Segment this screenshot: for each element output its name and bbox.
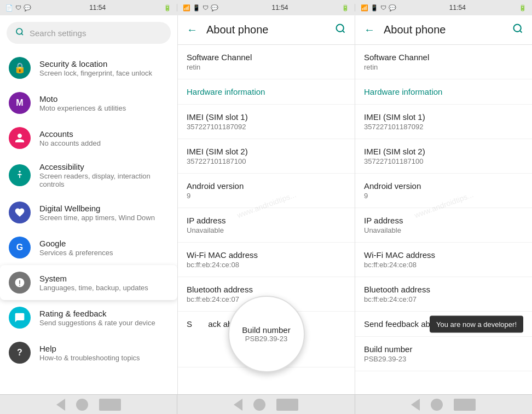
sidebar-item-system[interactable]: System Languages, time, backup, updates [0, 265, 177, 300]
middle-back-button[interactable]: ← [187, 24, 198, 36]
security-icon: 🔒 [9, 57, 31, 79]
developer-toast: You are now a developer! [430, 315, 523, 332]
shield-icon-3: 🛡 [380, 4, 386, 11]
msg-icon-2: 💬 [211, 4, 218, 12]
about-item-imei1-mid[interactable]: IMEI (SIM slot 1) 357227101187092 [178, 105, 355, 139]
about-item-build-right[interactable]: Build number PSB29.39-23 [355, 337, 532, 371]
svg-line-6 [520, 31, 522, 33]
right-back-button[interactable]: ← [364, 24, 375, 36]
about-item-software-channel-mid[interactable]: Software Channel retin [178, 45, 355, 79]
system-icon [9, 272, 31, 294]
settings-list: 🔒 Security & location Screen lock, finge… [0, 50, 177, 394]
search-placeholder: Search settings [30, 28, 86, 38]
about-item-ip-mid[interactable]: IP address Unavailable [178, 208, 355, 243]
wifi-value-mid: bc:ff:eb:24:ce:08 [187, 261, 346, 269]
battery-icon-3: 🔋 [519, 4, 527, 12]
sidebar-item-accounts[interactable]: Accounts No accounts added [0, 120, 177, 156]
about-item-feedback-right[interactable]: Send feedback about this device You are … [355, 312, 532, 337]
digital-wellbeing-subtitle: Screen time, app timers, Wind Down [39, 214, 169, 222]
sidebar-item-google[interactable]: G Google Services & preferences [0, 230, 177, 265]
security-subtitle: Screen lock, fingerprint, face unlock [39, 69, 169, 77]
rating-title: Rating & feedback [39, 309, 169, 318]
about-item-android-right[interactable]: Android version 9 [355, 174, 532, 208]
imei2-title-mid: IMEI (SIM slot 2) [187, 147, 346, 156]
wifi-title-mid: Wi-Fi MAC address [187, 250, 346, 260]
home-button-1[interactable] [76, 399, 88, 411]
imei2-value-mid: 357227101187100 [187, 157, 346, 165]
security-text: Security & location Screen lock, fingerp… [39, 59, 169, 77]
software-channel-value-right: retin [364, 63, 523, 71]
main-content: Search settings 🔒 Security & location Sc… [0, 15, 532, 394]
middle-search-button[interactable] [335, 23, 346, 37]
svg-point-2 [19, 171, 20, 173]
status-icons-left-3: 📶 📱 🛡 💬 [361, 4, 396, 12]
accessibility-icon [9, 164, 31, 186]
about-item-imei1-right[interactable]: IMEI (SIM slot 1) 357227101187092 [355, 105, 532, 139]
sidebar-item-rating[interactable]: Rating & feedback Send suggestions & rat… [0, 300, 177, 335]
about-item-ip-right[interactable]: IP address Unavailable [355, 208, 532, 243]
about-item-imei2-mid[interactable]: IMEI (SIM slot 2) 357227101187100 [178, 139, 355, 174]
home-button-2[interactable] [253, 399, 265, 411]
sidebar-item-help[interactable]: ? Help How-to & troubleshooting topics [0, 335, 177, 370]
about-item-feedback-mid[interactable]: Send ack about this device Build number … [178, 312, 355, 367]
status-segment-3: 📶 📱 🛡 💬 11:54 🔋 [355, 4, 532, 12]
hardware-title-mid: Hardware information [187, 87, 346, 96]
about-item-hardware-mid[interactable]: Hardware information [178, 79, 355, 105]
home-button-3[interactable] [431, 399, 443, 411]
sidebar-item-moto[interactable]: M Moto Moto experiences & utilities [0, 85, 177, 120]
sidebar-item-security[interactable]: 🔒 Security & location Screen lock, finge… [0, 50, 177, 85]
search-bar[interactable]: Search settings [7, 22, 171, 44]
signal-icon-2: 📶 [183, 4, 190, 12]
build-value-right: PSB29.39-23 [364, 355, 523, 363]
back-button-2[interactable] [234, 399, 242, 411]
google-subtitle: Services & preferences [39, 249, 169, 257]
help-text: Help How-to & troubleshooting topics [39, 344, 169, 362]
shield-icon-2: 🛡 [203, 4, 209, 11]
recents-button-1[interactable] [99, 399, 121, 411]
software-channel-title-mid: Software Channel [187, 53, 346, 62]
hardware-title-right: Hardware information [364, 87, 523, 96]
recents-button-3[interactable] [454, 399, 476, 411]
moto-title: Moto [39, 94, 169, 104]
status-icons-left-2: 📶 📱 🛡 💬 [183, 4, 218, 12]
sim-icon-3: 📱 [371, 4, 378, 12]
rating-text: Rating & feedback Send suggestions & rat… [39, 309, 169, 327]
build-circle-value: PSB29.39-23 [245, 335, 287, 343]
battery-icon-2: 🔋 [342, 4, 349, 12]
ip-value-right: Unavailable [364, 226, 523, 234]
sim-icon-2: 📱 [193, 4, 200, 12]
ip-value-mid: Unavailable [187, 226, 346, 234]
ip-title-mid: IP address [187, 216, 346, 225]
svg-line-4 [343, 31, 345, 33]
about-item-android-mid[interactable]: Android version 9 [178, 174, 355, 208]
android-title-mid: Android version [187, 181, 346, 191]
status-segment-1: 📄 🛡 💬 11:54 🔋 [0, 4, 177, 12]
about-item-wifi-right[interactable]: Wi-Fi MAC address bc:ff:eb:24:ce:08 [355, 243, 532, 277]
sidebar-item-digital-wellbeing[interactable]: Digital Wellbeing Screen time, app timer… [0, 195, 177, 230]
back-button-3[interactable] [411, 399, 420, 411]
about-item-wifi-mid[interactable]: Wi-Fi MAC address bc:ff:eb:24:ce:08 [178, 243, 355, 277]
about-item-imei2-right[interactable]: IMEI (SIM slot 2) 357227101187100 [355, 139, 532, 174]
middle-panel-title: About phone [206, 24, 326, 36]
status-icons-right-3: 🔋 [519, 4, 527, 12]
help-icon: ? [9, 342, 31, 364]
imei2-value-right: 357227101187100 [364, 157, 523, 165]
accounts-icon [9, 127, 31, 149]
right-search-button[interactable] [512, 23, 523, 37]
status-icons-left-1: 📄 🛡 💬 [5, 4, 31, 12]
back-button-1[interactable] [56, 399, 65, 411]
help-title: Help [39, 344, 169, 353]
about-item-hardware-right[interactable]: Hardware information [355, 79, 532, 105]
bottom-nav-3 [355, 394, 532, 414]
svg-point-5 [514, 25, 521, 32]
about-item-software-channel-right[interactable]: Software Channel retin [355, 45, 532, 79]
middle-about-list: Software Channel retin Hardware informat… [178, 45, 355, 394]
accounts-title: Accounts [39, 129, 169, 139]
security-title: Security & location [39, 59, 169, 68]
search-icon [15, 27, 24, 38]
android-value-right: 9 [364, 192, 523, 200]
recents-button-2[interactable] [276, 399, 298, 411]
about-item-bt-right[interactable]: Bluetooth address bc:ff:eb:24:ce:07 [355, 277, 532, 312]
status-icons-right-2: 🔋 [342, 4, 349, 12]
sidebar-item-accessibility[interactable]: Accessibility Screen readers, display, i… [0, 156, 177, 195]
